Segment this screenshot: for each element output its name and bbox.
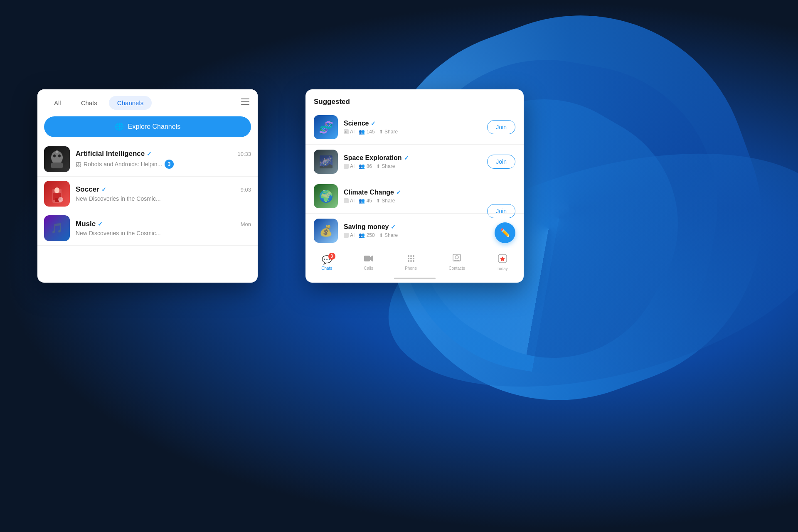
channel-preview-soccer: New Discoveries in the Cosmic... bbox=[76, 195, 161, 202]
channel-list: Artificial Intelligence ✓ 10:33 🖼 Robots… bbox=[37, 142, 258, 246]
channel-name-space: Space Exploration bbox=[344, 154, 402, 162]
join-button-saving-bottom[interactable]: Join bbox=[487, 204, 515, 218]
tab-bar: All Chats Channels bbox=[37, 89, 258, 113]
svg-point-27 bbox=[408, 260, 409, 262]
nav-tab-calls[interactable]: Calls bbox=[356, 253, 382, 272]
svg-point-21 bbox=[408, 255, 409, 257]
svg-rect-1 bbox=[241, 101, 249, 102]
share-science: ⬆ Share bbox=[379, 129, 398, 135]
phone-nav-icon bbox=[407, 254, 415, 265]
nav-tab-today[interactable]: Today bbox=[488, 252, 516, 273]
svg-rect-17 bbox=[344, 198, 349, 203]
compose-fab[interactable]: ✏️ bbox=[495, 222, 515, 243]
svg-point-26 bbox=[413, 258, 414, 259]
channel-name-music: Music bbox=[76, 220, 96, 228]
suggested-avatar-science: 🧬 bbox=[314, 115, 338, 139]
verified-icon-soccer: ✓ bbox=[101, 186, 106, 193]
ai-label-science: AI AI bbox=[344, 129, 355, 135]
members-science: 👥 145 bbox=[359, 129, 374, 135]
svg-rect-6 bbox=[51, 163, 63, 168]
explore-channels-label: Explore Channels bbox=[128, 123, 180, 131]
channel-info-space: Space Exploration ✓ AI 👥 86 ⬆ Share bbox=[344, 154, 481, 169]
channel-name-science: Science bbox=[344, 120, 369, 127]
channel-avatar-music: 🎵 bbox=[44, 215, 70, 241]
share-climate: ⬆ Share bbox=[376, 198, 395, 204]
channel-name-ai: Artificial Intelligence bbox=[76, 150, 145, 158]
svg-rect-0 bbox=[241, 99, 249, 99]
svg-rect-11 bbox=[55, 198, 57, 202]
explore-channels-button[interactable]: 🌐 Explore Channels bbox=[44, 116, 251, 137]
suggested-avatar-space: 🌌 bbox=[314, 150, 338, 174]
channel-avatar-soccer bbox=[44, 181, 70, 207]
channel-name-saving: Saving money bbox=[344, 223, 389, 231]
channel-info-saving: Saving money ✓ AI 👥 250 ⬆ Share bbox=[344, 223, 481, 238]
channel-time-ai: 10:33 bbox=[237, 151, 251, 157]
bottom-navigation: 💬 3 Chats Calls bbox=[305, 248, 524, 274]
channel-info-science: Science ✓ AI AI 👥 145 ⬆ Share bbox=[344, 120, 481, 135]
svg-point-25 bbox=[410, 258, 412, 259]
tab-all[interactable]: All bbox=[46, 96, 69, 110]
svg-rect-18 bbox=[344, 233, 349, 238]
nav-tab-contacts[interactable]: Contacts bbox=[440, 253, 473, 272]
list-item[interactable]: 💰 Saving money ✓ AI 👥 250 ⬆ Share Join bbox=[305, 214, 524, 248]
list-item[interactable]: 🧬 Science ✓ AI AI 👥 145 ⬆ Share Join bbox=[305, 110, 524, 145]
channel-time-music: Mon bbox=[241, 221, 251, 227]
tab-channels[interactable]: Channels bbox=[109, 96, 152, 110]
contacts-nav-label: Contacts bbox=[448, 266, 465, 271]
contacts-nav-icon bbox=[452, 254, 461, 265]
unread-badge-ai: 3 bbox=[165, 160, 174, 169]
phone-nav-label: Phone bbox=[405, 266, 417, 271]
verified-icon-space: ✓ bbox=[404, 155, 409, 161]
channel-preview-music: New Discoveries in the Cosmic... bbox=[76, 230, 161, 236]
calls-nav-label: Calls bbox=[364, 266, 373, 271]
svg-point-9 bbox=[54, 187, 59, 193]
preview-image-icon: 🖼 bbox=[76, 161, 81, 167]
tab-chats[interactable]: Chats bbox=[73, 96, 106, 110]
join-button-space[interactable]: Join bbox=[487, 155, 515, 169]
verified-icon-saving: ✓ bbox=[391, 224, 396, 230]
channel-info-music: Music ✓ Mon New Discoveries in the Cosmi… bbox=[76, 220, 251, 236]
list-item[interactable]: Soccer ✓ 9:03 New Discoveries in the Cos… bbox=[37, 177, 258, 211]
channel-time-soccer: 9:03 bbox=[241, 187, 251, 193]
today-nav-label: Today bbox=[497, 266, 508, 271]
chats-badge: 3 bbox=[328, 253, 335, 260]
members-climate: 👥 45 bbox=[359, 198, 372, 204]
svg-point-23 bbox=[413, 255, 414, 257]
ai-label-saving: AI bbox=[344, 232, 355, 238]
verified-icon-music: ✓ bbox=[98, 221, 103, 227]
list-item[interactable]: Artificial Intelligence ✓ 10:33 🖼 Robots… bbox=[37, 142, 258, 177]
members-saving: 👥 250 bbox=[359, 232, 374, 238]
chats-nav-label: Chats bbox=[321, 266, 332, 271]
svg-point-29 bbox=[413, 260, 414, 262]
share-space: ⬆ Share bbox=[376, 163, 395, 169]
svg-point-7 bbox=[56, 150, 58, 153]
join-button-science[interactable]: Join bbox=[487, 120, 515, 134]
channel-name-climate: Climate Change bbox=[344, 189, 394, 196]
nav-tab-phone[interactable]: Phone bbox=[397, 253, 425, 272]
nav-tab-chats[interactable]: 💬 3 Chats bbox=[313, 253, 340, 272]
svg-point-22 bbox=[410, 255, 412, 257]
share-saving: ⬆ Share bbox=[379, 232, 398, 238]
svg-rect-2 bbox=[241, 104, 249, 105]
svg-point-5 bbox=[58, 155, 61, 158]
svg-rect-19 bbox=[364, 256, 370, 261]
verified-icon-climate: ✓ bbox=[396, 189, 401, 196]
svg-point-13 bbox=[58, 197, 63, 202]
suggested-section-title: Suggested bbox=[305, 89, 524, 110]
suggested-avatar-saving: 💰 bbox=[314, 219, 338, 243]
svg-point-31 bbox=[455, 256, 458, 259]
list-item[interactable]: 🌌 Space Exploration ✓ AI 👥 86 ⬆ Share Jo… bbox=[305, 145, 524, 179]
suggested-list: 🧬 Science ✓ AI AI 👥 145 ⬆ Share Join bbox=[305, 110, 524, 248]
svg-point-24 bbox=[408, 258, 409, 259]
verified-icon-science: ✓ bbox=[371, 120, 376, 127]
globe-icon: 🌐 bbox=[115, 122, 124, 131]
list-item[interactable]: 🎵 Music ✓ Mon New Discoveries in the Cos… bbox=[37, 211, 258, 246]
compose-icon: ✏️ bbox=[500, 228, 510, 238]
suggested-channels-panel: Suggested 🧬 Science ✓ AI AI 👥 145 ⬆ Sha bbox=[305, 89, 524, 283]
ai-label-space: AI bbox=[344, 163, 355, 169]
members-space: 👥 86 bbox=[359, 163, 372, 169]
filter-icon[interactable] bbox=[241, 99, 249, 107]
telegram-channels-panel: All Chats Channels 🌐 Explore Channels bbox=[37, 89, 258, 283]
home-indicator bbox=[305, 274, 524, 283]
svg-text:AI: AI bbox=[345, 131, 347, 133]
